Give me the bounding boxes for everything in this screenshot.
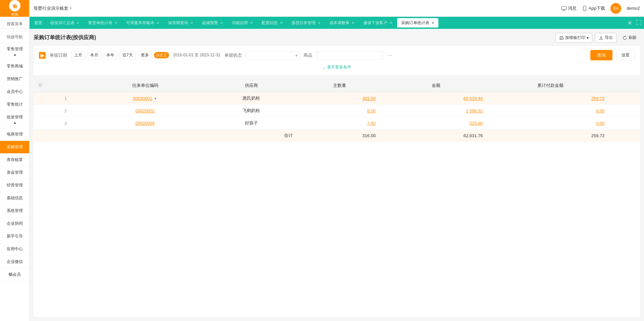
username-label[interactable]: demo2 [627,6,640,11]
refresh-button[interactable]: 刷新 [619,33,640,42]
amount-link[interactable]: 60,519.44 [464,96,483,101]
unit-code-link[interactable]: 00020002 [136,108,155,113]
tab-config-info[interactable]: 配置信息 ✕ [258,18,287,28]
sidebar-item-wholesale-mgmt[interactable]: 批发管理 ▲ [0,111,29,128]
prev-month-button[interactable]: 上月 [71,51,85,59]
print-button[interactable]: 按模板打印 ▾ [555,33,592,43]
current-year-button[interactable]: 本年 [103,51,117,59]
expand-tabs-button[interactable]: ⛶ [635,20,643,26]
sidebar-item-retail-mall[interactable]: 零售商城 [0,60,29,73]
close-all-tabs-button[interactable]: ✕ [626,20,633,26]
amount-link[interactable]: 1,586.52 [466,108,483,113]
sidebar-item-member-center[interactable]: 会员中心 [0,86,29,98]
tab-close-icon[interactable]: ✕ [76,21,79,25]
tab-close-icon[interactable]: ✕ [318,21,321,25]
tab-close-icon[interactable]: ✕ [389,21,392,25]
account-selector[interactable]: 母婴行业演示账套 ▾ [34,5,72,11]
tab-pick-task[interactable]: 拣货任务管理 ✕ [287,18,325,28]
footer-extra [611,129,640,142]
sidebar-item-purchase-mgmt[interactable]: 采购管理 [0,141,29,154]
paid-link[interactable]: 0.00 [596,108,604,113]
tab-invite-customer[interactable]: 邀请下游客户 ✕ [359,18,396,28]
paid-link[interactable]: 259.72 [591,96,605,101]
expand-more-conditions[interactable]: ⌄ 展开更多条件 [39,63,635,71]
tab-close-icon[interactable]: ✕ [190,21,193,25]
sidebar-item-ops-mgmt[interactable]: 经营管理 [0,179,29,192]
paid-link[interactable]: 0.00 [596,121,604,126]
tab-label: 邀请下游客户 [363,20,387,26]
tab-close-icon[interactable]: ✕ [114,21,117,25]
status-select[interactable] [246,51,300,59]
goods-input[interactable] [316,51,383,59]
table-row: 3 00020005 好孩子 7.00 525.80 0.00 [34,117,640,129]
message-button[interactable]: 消息 [561,5,577,11]
tab-close-icon[interactable]: ✕ [431,21,434,25]
sidebar-item-guide[interactable]: 新手引导 [0,230,29,243]
sidebar-item-inventory[interactable]: 库存核算 [0,154,29,166]
cell-qty: 303.00 [297,92,382,105]
more-date-button[interactable]: 更多 [138,51,152,59]
tab-expiry-check[interactable]: 保质期查询 ✕ [164,18,197,28]
custom-date-badge[interactable]: 自定义 [154,52,169,58]
sidebar-quick-nav: 快捷导航 [0,32,29,43]
quick-nav-label[interactable]: 快捷导航 [2,34,27,40]
app-download-button[interactable]: App下载 [582,5,605,11]
tab-home[interactable]: 首页 [31,18,46,28]
tab-receive-pay[interactable]: 收发存汇总表 ✕ [46,18,84,28]
collapse-filter-button[interactable]: ▶ [39,52,46,59]
sidebar-item-retail-stats[interactable]: 零售统计 [0,98,29,111]
goods-more-icon[interactable]: ··· [387,52,392,59]
account-selector-text: 母婴行业演示账套 [34,5,68,11]
sidebar-item-retail-mgmt[interactable]: 零售管理 ▲ [0,43,29,60]
sidebar-item-label: 资金管理 [7,170,23,175]
col-qty-header: 主数量 [297,79,382,92]
search-menu-button[interactable]: 搜索英单 [2,19,27,29]
amount-link[interactable]: 525.80 [470,121,483,126]
qty-link[interactable]: 303.00 [362,96,376,101]
date-range-display: 2016-01-01 至 2023-12-31 [173,52,220,58]
sidebar-item-enterprise[interactable]: 企业协同 [0,217,29,230]
tab-label: 保质期查询 [168,20,188,26]
export-button[interactable]: 导出 [595,33,616,43]
sidebar-item-label: 基础信息 [7,195,23,201]
sidebar-item-marketing[interactable]: 营销推广 [0,73,29,86]
current-month-button[interactable]: 本月 [87,51,101,59]
tab-label: 采购订单统计表 [401,20,429,26]
sidebar-item-member[interactable]: 畅会员 [0,268,29,281]
settings-button[interactable]: 设置 [616,50,635,60]
row-expand-icon[interactable]: ▼ [154,97,157,101]
tab-purchase-order-stats[interactable]: 采购订单统计表 ✕ [397,18,438,28]
sidebar-item-ecom-mgmt[interactable]: 电商管理 [0,128,29,141]
unit-code-link[interactable]: 00020001 [133,96,152,101]
tab-close-icon[interactable]: ✕ [156,21,159,25]
tab-purchase-stats[interactable]: 要货单统计表 ✕ [84,18,121,28]
unit-code-link[interactable]: 00020005 [136,121,155,126]
query-button[interactable]: 查询 [590,50,612,60]
qty-link[interactable]: 7.00 [367,121,376,126]
sidebar-item-sys-mgmt[interactable]: 系统管理 [0,205,29,217]
7days-button[interactable]: 近7天 [119,51,136,59]
cell-amount: 525.80 [382,117,490,129]
qty-link[interactable]: 6.00 [367,108,376,113]
sidebar-item-wechat[interactable]: 企业微信 [0,256,29,268]
tab-close-icon[interactable]: ✕ [220,21,223,25]
settings-icon [38,82,43,88]
tab-close-icon[interactable]: ✕ [352,21,355,25]
tab-func-desc[interactable]: 功能说明 ✕ [228,18,257,28]
tab-overstock-warn[interactable]: 超储预警 ✕ [198,18,227,28]
sidebar-item-basic-info[interactable]: 基础信息 [0,192,29,205]
svg-rect-2 [561,6,566,10]
tab-cost-adjust[interactable]: 成本调整单 ✕ [325,18,359,28]
sidebar-item-app-center[interactable]: 应用中心 [0,243,29,256]
tab-label: 功能说明 [232,20,248,26]
sidebar-item-finance[interactable]: 资金管理 [0,166,29,179]
tab-close-icon[interactable]: ✕ [280,21,283,25]
tab-inventory-book[interactable]: 可用量库存账本 ✕ [122,18,163,28]
user-avatar[interactable]: Ea [610,3,621,14]
app-download-label: App下载 [589,5,605,11]
export-icon [599,36,603,40]
phone-icon [582,6,587,11]
tab-close-icon[interactable]: ✕ [250,21,253,25]
footer-label: 合计 [84,129,297,142]
cell-seq: 2 [47,105,84,117]
